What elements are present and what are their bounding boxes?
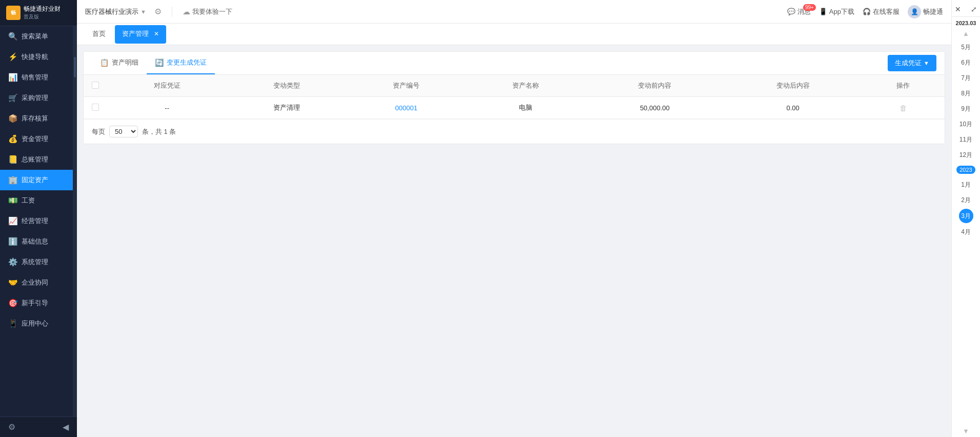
page-size-select[interactable]: 50 10 20 100 [109,126,138,137]
month-7[interactable]: 7月 [952,70,980,86]
month-8[interactable]: 8月 [952,86,980,101]
select-all-checkbox[interactable] [92,82,99,89]
right-panel-expand-icon[interactable]: ⤢ [971,5,977,13]
sidebar-item-label: 快捷导航 [22,52,48,62]
row-change-type: 资产清理 [227,97,346,119]
month-2[interactable]: 2月 [952,192,980,208]
topbar: 医疗器械行业演示 ▼ ⚙ ☁ 我要体验一下 💬 消息 99+ 📱 App下载 🎧 [77,0,951,24]
messages-button[interactable]: 💬 消息 99+ [787,7,811,16]
generate-voucher-button[interactable]: 生成凭证 ▼ [888,55,936,71]
month-scroll-down[interactable]: ▼ [952,425,980,437]
search-icon: 🔍 [8,32,17,41]
sidebar-item-label: 固定资产 [22,175,48,185]
sidebar-item-search[interactable]: 🔍 搜索菜单 [0,26,73,47]
row-operation-cell: 🗑 [862,97,945,119]
experience-text: 我要体验一下 [192,7,232,16]
app-center-icon: 📱 [8,319,17,328]
month-6[interactable]: 6月 [952,55,980,70]
row-asset-name: 电脑 [466,97,586,119]
col-change-type: 变动类型 [227,75,346,97]
inventory-icon: 📦 [8,114,17,123]
month-4[interactable]: 4月 [952,224,980,240]
company-name: 医疗器械行业演示 [85,7,138,16]
sidebar-item-label: 企业协同 [22,278,48,287]
sidebar-item-capital[interactable]: 💰 资金管理 [0,129,73,149]
tab-asset-detail[interactable]: 📋 资产明细 [92,52,147,74]
right-panel-header: ✕ ⤢ [952,2,980,17]
sidebar-item-label: 应用中心 [22,319,48,328]
month-10[interactable]: 10月 [952,116,980,132]
sidebar-item-fixed-assets[interactable]: 🏢 固定资产 [0,170,73,190]
tab-asset-mgmt-label: 资产管理 [122,30,149,37]
operations-icon: 📈 [8,216,17,226]
tab-bar: 首页 资产管理 ✕ [77,24,951,45]
sidebar-item-system[interactable]: ⚙️ 系统管理 [0,252,73,272]
sidebar-item-quick-nav[interactable]: ⚡ 快捷导航 [0,47,73,67]
sidebar-nav: 🔍 搜索菜单 ⚡ 快捷导航 📊 销售管理 🛒 采购管理 📦 库存核算 💰 [0,26,73,416]
tab-close-icon[interactable]: ✕ [154,30,159,37]
sidebar-item-basic-info[interactable]: ℹ️ 基础信息 [0,231,73,252]
row-checkbox[interactable] [92,104,99,111]
logo-text-block: 畅捷通好业财 普及版 [24,5,61,21]
system-icon: ⚙️ [8,257,17,267]
company-selector[interactable]: 医疗器械行业演示 ▼ [85,7,146,16]
sidebar-item-inventory[interactable]: 📦 库存核算 [0,108,73,129]
app-edition: 普及版 [24,13,61,21]
payroll-icon: 💵 [8,196,17,205]
month-9[interactable]: 9月 [952,101,980,116]
topbar-settings-icon[interactable]: ⚙ [154,7,162,16]
row-asset-no: 000001 [347,97,466,119]
sales-icon: 📊 [8,73,17,82]
sidebar-item-label: 销售管理 [22,73,48,82]
month-11[interactable]: 11月 [952,132,980,147]
sidebar-logo: 畅 畅捷通好业财 普及版 [0,0,77,26]
sidebar-item-collaboration[interactable]: 🤝 企业协同 [0,272,73,293]
quick-nav-icon: ⚡ [8,52,17,62]
tab-asset-mgmt[interactable]: 资产管理 ✕ [115,25,166,44]
tab-asset-detail-label: 资产明细 [112,58,138,67]
month-1[interactable]: 1月 [952,177,980,192]
sidebar-item-guide[interactable]: 🎯 新手引导 [0,293,73,313]
delete-row-icon[interactable]: 🗑 [899,104,907,112]
asset-detail-icon: 📋 [100,58,109,67]
app-download-button[interactable]: 📱 App下载 [819,7,854,16]
collapse-icon[interactable]: ◀ [63,422,69,432]
sidebar-item-sales[interactable]: 📊 销售管理 [0,67,73,88]
user-account[interactable]: 👤 畅捷通 [908,5,943,18]
pagination: 每页 50 10 20 100 条，共 1 条 [84,119,945,144]
month-scroll-up[interactable]: ▲ [952,27,980,39]
sidebar-item-label: 采购管理 [22,93,48,103]
month-3-active[interactable]: 3月 [959,209,973,223]
month-5[interactable]: 5月 [952,39,980,55]
total-count-text: 条，共 1 条 [142,127,176,136]
year-badge-2023[interactable]: 2023 [956,166,975,174]
col-after-change: 变动后内容 [724,75,862,97]
online-service-label: 在线客服 [873,7,899,16]
settings-footer-icon[interactable]: ⚙ [8,422,15,432]
message-icon: 💬 [787,8,795,15]
sidebar-item-operations[interactable]: 📈 经营管理 [0,211,73,231]
col-operation: 操作 [862,75,945,97]
purchase-icon: 🛒 [8,93,17,103]
right-panel-content: ✕ ⤢ 2023.03 ▲ 5月 6月 7月 8月 9月 10月 11月 12月… [952,2,980,437]
experience-button[interactable]: ☁ 我要体验一下 [183,7,232,16]
col-asset-name: 资产名称 [466,75,586,97]
month-12[interactable]: 12月 [952,147,980,163]
right-panel-close-icon[interactable]: ✕ [955,5,961,13]
sidebar-item-app-center[interactable]: 📱 应用中心 [0,313,73,334]
tab-home-label: 首页 [92,30,106,37]
data-table-wrap: 对应凭证 变动类型 资产编号 资产名称 变动前内容 变动后内容 操作 [84,75,945,119]
row-voucher: -- [107,97,227,119]
sidebar-item-payroll[interactable]: 💵 工资 [0,190,73,211]
tab-home[interactable]: 首页 [85,25,113,44]
tab-change-voucher[interactable]: 🔄 变更生成凭证 [147,52,215,74]
cloud-icon: ☁ [183,7,190,16]
app-download-icon: 📱 [819,8,827,15]
sidebar-scrollbar[interactable] [73,26,77,416]
online-service-button[interactable]: 🎧 在线客服 [863,7,899,16]
sidebar-item-ledger[interactable]: 📒 总账管理 [0,149,73,170]
change-voucher-icon: 🔄 [155,58,164,67]
col-asset-no: 资产编号 [347,75,466,97]
username-label: 畅捷通 [923,7,943,16]
sidebar-item-purchase[interactable]: 🛒 采购管理 [0,88,73,108]
